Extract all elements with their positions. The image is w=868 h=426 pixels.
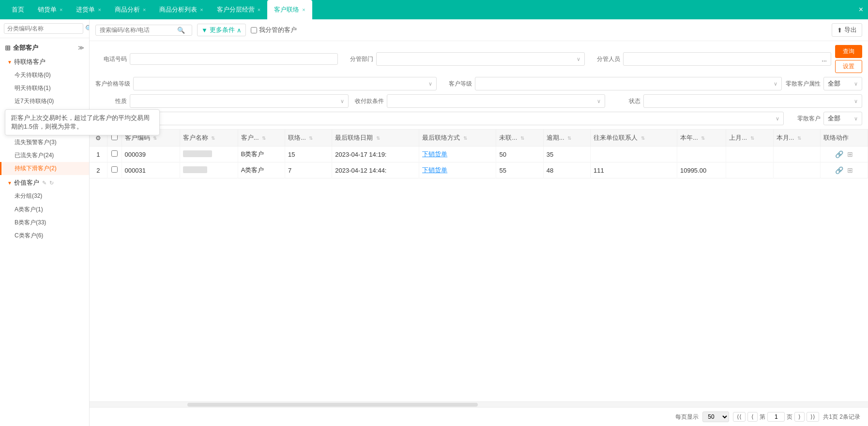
status-arrow: ∨: [854, 98, 858, 104]
sidebar-item-loss-warning[interactable]: 流失预警客户(3): [0, 136, 89, 149]
row2-contact: 7: [285, 162, 332, 178]
settings-btn[interactable]: 设置: [835, 60, 862, 73]
my-customer-checkbox[interactable]: [251, 27, 257, 33]
th-name[interactable]: 客户名称 ⇅: [180, 130, 238, 147]
more-filter-btn[interactable]: ▼ 更多条件 ∧: [197, 24, 246, 36]
row2-overdue: 48: [543, 162, 590, 178]
sidebar-search-area: 🔍: [0, 19, 89, 38]
scroll-thumb[interactable]: [187, 403, 478, 407]
sidebar-all-customers[interactable]: ⊞ 全部客户 ≫: [0, 41, 89, 55]
main-search-icon[interactable]: 🔍: [177, 27, 185, 34]
nav-product-list-close[interactable]: ×: [200, 7, 203, 13]
sidebar-item-tomorrow[interactable]: 明天待联络(1): [0, 82, 89, 95]
gender-select[interactable]: ∨: [130, 94, 349, 108]
nav-sales-close[interactable]: ×: [60, 7, 62, 13]
th-level[interactable]: 客户... ⇅: [238, 130, 285, 147]
retail-cust-arrow: ∨: [854, 116, 858, 122]
page-size-select[interactable]: 50 20 100 200: [702, 411, 729, 422]
nav-sales[interactable]: 销货单 ×: [31, 0, 69, 19]
window-close-btn[interactable]: ×: [859, 5, 863, 14]
row2-last-month: [726, 162, 773, 178]
sidebar-item-lost[interactable]: 已流失客户(24): [0, 149, 89, 162]
query-btn[interactable]: 查询: [835, 45, 862, 58]
manager-select[interactable]: ...: [623, 52, 831, 66]
sort-contact-icon: ⇅: [309, 135, 313, 141]
page-input[interactable]: [767, 412, 785, 422]
retail-customer-select[interactable]: 全部 ∨: [823, 112, 862, 125]
last-page-btn[interactable]: ⟩⟩: [807, 412, 819, 422]
sidebar-item-7days[interactable]: 近7天待联络(0): [0, 95, 89, 108]
nav-customer-contact-close[interactable]: ×: [302, 7, 305, 13]
sidebar-item-ungrouped[interactable]: 未分组(32): [0, 190, 89, 203]
th-contact[interactable]: 联络... ⇅: [285, 130, 332, 147]
tooltip-box: 距客户上次交易时长，超过了此客户的平均交易周期的1.5倍，则视为异常。: [90, 109, 160, 135]
filter-row-2: 客户价格等级 ∨ 客户等级 ∨ 零散客户属性 全部: [95, 77, 862, 90]
customer-level-select[interactable]: ∨: [475, 77, 782, 90]
main-layout: 🔍 ⊞ 全部客户 ≫ ▼ 待联络客户 今天待联络(0) 明天待联络(1) 近7天…: [0, 19, 868, 426]
row1-year-amount: [677, 147, 726, 162]
table-area[interactable]: ⚙ 客户编码 ⇅ 客户名称 ⇅ 客户...: [90, 130, 868, 401]
row2-checkbox-cell: [107, 162, 122, 178]
edit-icon[interactable]: ✎: [42, 180, 46, 186]
sidebar-item-a-class[interactable]: A类客户(1): [0, 203, 89, 216]
horizontal-scrollbar[interactable]: [90, 401, 868, 407]
first-page-btn[interactable]: ⟨⟨: [733, 412, 746, 422]
row1-code: 000039: [122, 147, 180, 162]
nav-customer-contact[interactable]: 客户联络 ×: [267, 0, 312, 19]
dept-select[interactable]: ∨: [376, 52, 584, 66]
row2-checkbox[interactable]: [111, 166, 118, 173]
filter-icon: ▼: [201, 27, 208, 34]
filter-manager: 分管人员 ...: [589, 52, 831, 66]
nav-product-list[interactable]: 商品分析列表 ×: [152, 0, 210, 19]
refresh-icon[interactable]: ↻: [49, 180, 54, 186]
sidebar-value-title[interactable]: ▼ 价值客户 ✎ ↻: [0, 176, 89, 190]
th-contact-person[interactable]: 往来单位联系人 ⇅: [590, 130, 677, 147]
sidebar-item-today[interactable]: 今天待联络(0): [0, 69, 89, 82]
sidebar-search-icon[interactable]: 🔍: [85, 25, 90, 32]
next-page-btn[interactable]: ⟩: [794, 412, 805, 422]
status-select[interactable]: ∨: [643, 94, 862, 108]
export-btn[interactable]: ⬆ 导出: [832, 23, 862, 37]
nav-home[interactable]: 首页: [5, 0, 31, 19]
sidebar-item-c-class[interactable]: C类客户(6): [0, 229, 89, 242]
sort-overdue-icon: ⇅: [567, 135, 571, 141]
nav-purchase-close[interactable]: ×: [98, 7, 101, 13]
th-year-amount[interactable]: 本年... ⇅: [677, 130, 726, 147]
sort-tm-icon: ⇅: [797, 135, 801, 141]
sidebar-item-b-class[interactable]: B类客户(33): [0, 216, 89, 229]
th-this-month[interactable]: 本月... ⇅: [773, 130, 820, 147]
sidebar-collapse-btn[interactable]: ≫: [78, 44, 84, 51]
row1-checkbox[interactable]: [111, 150, 118, 157]
nav-customer-segment[interactable]: 客户分层经营 ×: [210, 0, 267, 19]
payment-select[interactable]: ∨: [387, 94, 606, 108]
sidebar-item-declining[interactable]: 持续下滑客户(2): [0, 162, 89, 175]
row1-link-icon[interactable]: 🔗: [835, 150, 843, 158]
row1-grid-icon[interactable]: ⊞: [847, 150, 853, 158]
row1-name-placeholder: [183, 150, 212, 157]
sidebar-search-input[interactable]: [4, 23, 83, 34]
th-last-date[interactable]: 最后联络日期 ⇅: [332, 130, 419, 147]
row2-last-date: 2023-04-12 14:44:: [332, 162, 419, 178]
main-search-input[interactable]: [100, 27, 177, 33]
th-last-method[interactable]: 最后联络方式 ⇅: [419, 130, 496, 147]
price-level-select[interactable]: ∨: [133, 77, 437, 90]
nav-product-analysis[interactable]: 商品分析 ×: [108, 0, 152, 19]
nav-purchase[interactable]: 进货单 ×: [69, 0, 107, 19]
prev-page-btn[interactable]: ⟨: [747, 412, 758, 422]
row2-last-method[interactable]: 下销货单: [419, 162, 496, 178]
nav-product-analysis-close[interactable]: ×: [143, 7, 146, 13]
th-last-month[interactable]: 上月... ⇅: [726, 130, 773, 147]
th-uncontacted[interactable]: 未联... ⇅: [496, 130, 543, 147]
filter-row-1: 电话号码 分管部门 ∨ 分管人员 ... 查询: [95, 45, 862, 73]
sidebar-pending-title[interactable]: ▼ 待联络客户: [0, 55, 89, 69]
customer-type-select[interactable]: ∨: [152, 112, 784, 125]
filter-status: 状态 ∨: [609, 94, 862, 108]
row2-link-icon[interactable]: 🔗: [835, 166, 843, 174]
row1-last-method[interactable]: 下销货单: [419, 147, 496, 162]
row2-grid-icon[interactable]: ⊞: [847, 166, 853, 174]
phone-input[interactable]: [130, 53, 338, 65]
row1-uncontacted: 50: [496, 147, 543, 162]
retail-attr-select[interactable]: 全部 ∨: [823, 77, 862, 90]
th-overdue[interactable]: 逾期... ⇅: [543, 130, 590, 147]
nav-customer-segment-close[interactable]: ×: [258, 7, 260, 13]
